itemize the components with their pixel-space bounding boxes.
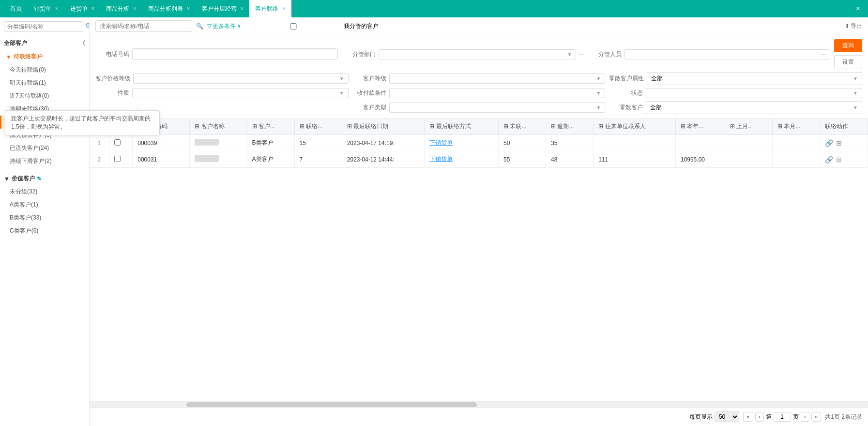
filter-bar: 🔍 ▽ 更多条件 ∧ 我分管的客户 ⬆ 导出: [90, 17, 868, 35]
nav-item-product-analysis[interactable]: 商品分析 ×: [100, 0, 142, 17]
close-product-analysis-icon[interactable]: ×: [133, 5, 137, 12]
col-contact-header[interactable]: ⊞ 联络...: [294, 118, 342, 135]
col-type-header[interactable]: ⊞ 客户...: [247, 118, 294, 135]
col-last-date-header[interactable]: ⊞ 最后联络日期: [342, 118, 425, 135]
row2-view-icon[interactable]: 🔗: [825, 156, 833, 163]
row2-name-placeholder: [195, 155, 219, 162]
value-group-label: 价值客户: [12, 175, 35, 183]
category-search-icon[interactable]: 🔍: [85, 23, 90, 30]
row2-checkbox-cell: [109, 151, 133, 168]
sidebar-item-class-b[interactable]: B类客户(33): [0, 211, 89, 224]
row2-year-amount: 10995.00: [675, 151, 725, 168]
col-year-sort-icon: ⊞: [681, 123, 685, 130]
phone-input[interactable]: [132, 48, 338, 60]
sidebar-item-7days[interactable]: 近7天待联络(0): [0, 89, 89, 103]
prev-page-button[interactable]: ‹: [755, 412, 764, 422]
col-contact-label: 联络...: [306, 123, 322, 130]
row1-last-method-link[interactable]: 下销货单: [429, 139, 453, 146]
col-this-month-header[interactable]: ⊞ 本月...: [772, 118, 820, 135]
retail-attr-select[interactable]: 全部 ▼: [647, 72, 862, 85]
my-customers-label: 我分管的客户: [344, 22, 379, 30]
nav-item-customer-contact[interactable]: 客户联络 ×: [249, 0, 291, 17]
retail-customer-select[interactable]: 全部 ▼: [646, 101, 862, 114]
row2-more-icon[interactable]: ⊞: [836, 156, 842, 163]
sidebar-item-declining[interactable]: 持续下滑客户(2): [0, 155, 89, 168]
sidebar-item-class-a[interactable]: A类客户(1): [0, 198, 89, 211]
col-last-method-label: 最后联络方式: [436, 123, 471, 130]
row1-checkbox[interactable]: [114, 139, 121, 146]
sidebar: 🔍 全部客户 《 ▼ 待联络客户 今天待联络(0) 明天待联络(1) 近7天待联…: [0, 17, 90, 426]
pending-group-header[interactable]: ▼ 待联络客户: [0, 50, 89, 63]
close-customer-ops-icon[interactable]: ×: [240, 5, 244, 12]
more-conditions-button[interactable]: ▽ 更多条件 ∧: [207, 22, 241, 30]
col-last-method-header[interactable]: ⊞ 最后联络方式: [425, 118, 499, 135]
global-close-button[interactable]: ×: [852, 4, 864, 13]
customer-level-select[interactable]: ▼: [389, 73, 606, 84]
first-page-button[interactable]: «: [743, 412, 753, 422]
query-button[interactable]: 查询: [834, 39, 862, 52]
nav-item-purchase[interactable]: 进货单 ×: [64, 0, 101, 17]
customer-type-chevron-icon: ▼: [596, 105, 601, 110]
col-contact-person-header[interactable]: ⊞ 往来单位联系人: [594, 118, 676, 135]
row1-view-icon[interactable]: 🔗: [825, 139, 833, 147]
search-button-icon[interactable]: 🔍: [196, 23, 203, 29]
row1-last-method[interactable]: 下销货单: [425, 135, 499, 151]
gender-label: 性质: [95, 89, 129, 97]
row2-last-method-link[interactable]: 下销货单: [429, 156, 453, 162]
col-last-month-header[interactable]: ⊞ 上月...: [725, 118, 772, 135]
customer-type-select[interactable]: ▼: [389, 103, 606, 113]
next-page-button[interactable]: ›: [801, 412, 809, 422]
table-area: ⚙ ⊞ 客户编码 ⊞ 客户名称: [90, 118, 868, 401]
row2-this-month: [772, 151, 820, 168]
settings-button[interactable]: 设置: [834, 55, 862, 69]
my-customers-checkbox[interactable]: [245, 23, 342, 29]
per-page-select[interactable]: 50 100 200: [715, 411, 739, 422]
close-sales-icon[interactable]: ×: [55, 5, 59, 12]
category-search-input[interactable]: [4, 21, 83, 32]
scroll-thumb[interactable]: [186, 402, 477, 407]
value-group-edit-icon[interactable]: ✎: [37, 176, 42, 182]
last-page-button[interactable]: »: [811, 412, 822, 422]
col-uncontact-header[interactable]: ⊞ 未联...: [499, 118, 546, 135]
close-purchase-icon[interactable]: ×: [91, 5, 94, 12]
col-overdue-header[interactable]: ⊞ 逾期...: [546, 118, 594, 135]
filter-row-1: 电话号码 分管部门 ▼ ··· 分管人员 ···: [95, 39, 862, 69]
close-product-list-icon[interactable]: ×: [187, 5, 190, 12]
sidebar-item-today[interactable]: 今天待联络(0): [0, 63, 89, 76]
manager-select[interactable]: ···: [624, 49, 830, 59]
row2-last-date: 2023-04-12 14:44:: [342, 151, 425, 168]
price-level-select[interactable]: ▼: [133, 73, 349, 84]
nav-item-customer-ops[interactable]: 客户分层经营 ×: [196, 0, 250, 17]
value-group-header[interactable]: ▼ 价值客户 ✎: [0, 172, 89, 185]
row1-more-icon[interactable]: ⊞: [836, 139, 842, 147]
sidebar-item-ungrouped[interactable]: 未分组(32): [0, 185, 89, 198]
export-button[interactable]: ⬆ 导出: [845, 22, 862, 30]
payment-select[interactable]: ▼: [389, 88, 606, 98]
value-group-arrow: ▼: [4, 176, 10, 182]
sidebar-item-churned[interactable]: 已流失客户(24): [0, 142, 89, 155]
col-name-header[interactable]: ⊞ 客户名称: [190, 118, 247, 135]
nav-item-home[interactable]: 首页: [4, 0, 28, 17]
nav-item-sales[interactable]: 销货单 ×: [28, 0, 64, 17]
table-row: 2 000031 A类客户 7 2023-04-12 14:44: 下销货单: [90, 151, 868, 168]
department-label: 分管部门: [342, 50, 376, 59]
department-select[interactable]: ▼: [379, 49, 577, 59]
current-page-input[interactable]: [774, 412, 791, 422]
row2-contact-count: 7: [294, 151, 342, 168]
gender-select[interactable]: ▼: [132, 88, 349, 98]
all-customers-section[interactable]: 全部客户 《: [0, 36, 89, 50]
col-uncontact-label: 未联...: [510, 123, 526, 130]
horizontal-scrollbar[interactable]: [90, 401, 868, 407]
sidebar-item-class-c[interactable]: C类客户(6): [0, 224, 89, 237]
row2-checkbox[interactable]: [114, 156, 121, 162]
col-year-header[interactable]: ⊞ 本年...: [675, 118, 725, 135]
customer-level-label: 客户等级: [352, 74, 386, 83]
search-input[interactable]: [95, 20, 192, 32]
sidebar-collapse-icon[interactable]: 《: [79, 39, 85, 47]
row2-last-method[interactable]: 下销货单: [425, 151, 499, 168]
sidebar-item-tomorrow[interactable]: 明天待联络(1): [0, 76, 89, 89]
close-customer-contact-icon[interactable]: ×: [282, 5, 286, 12]
nav-item-product-list[interactable]: 商品分析列表 ×: [142, 0, 196, 17]
department-dots[interactable]: ···: [579, 51, 584, 58]
status-select[interactable]: ▼: [646, 88, 862, 98]
